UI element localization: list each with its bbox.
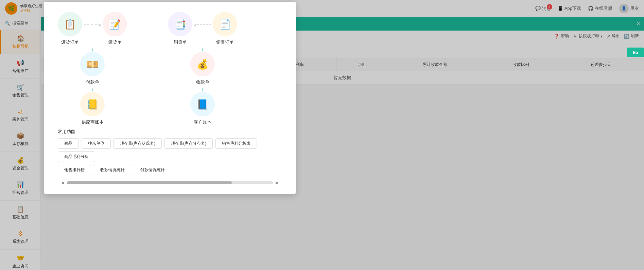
func-btn-receipt-stats[interactable]: 收款情况统计	[94, 165, 131, 175]
modal-overlay[interactable]: 📋 进货订单 ▶ 📝 进货单	[0, 0, 644, 270]
purchase-bill-icon: 📝	[103, 12, 127, 36]
scroll-right-arrow[interactable]: ▶	[276, 180, 279, 185]
scroll-track[interactable]	[67, 181, 273, 184]
modal-box: 📋 进货订单 ▶ 📝 进货单	[44, 2, 296, 194]
func-btn-sales-rank[interactable]: 销售排行榜	[58, 165, 91, 175]
scroll-thumb	[67, 181, 232, 184]
func-btn-stock-status[interactable]: 现存量(库存状况表)	[114, 138, 162, 149]
payment-icon: 💴	[80, 52, 105, 76]
flow-payment[interactable]: 💴 付款单	[80, 52, 105, 85]
flow-receipt[interactable]: 💰 收款单	[190, 52, 215, 85]
sales-order-icon: 📄	[213, 12, 237, 36]
flow-supplier-ledger[interactable]: 📒 供应商账本	[80, 92, 105, 125]
flow-sales-bill[interactable]: 📑 销货单	[168, 12, 192, 45]
sales-bill-icon: 📑	[168, 12, 192, 36]
user-ea-area: Ea	[627, 48, 644, 57]
modal-content: 📋 进货订单 ▶ 📝 进货单	[44, 2, 296, 194]
flow-purchase-bill[interactable]: 📝 进货单	[103, 12, 127, 45]
func-title: 常用功能	[58, 129, 282, 135]
func-btn-sales-gross[interactable]: 销售毛利分析表	[215, 138, 257, 149]
scroll-left-arrow[interactable]: ◀	[61, 180, 64, 185]
func-btn-partners[interactable]: 往来单位	[82, 138, 111, 149]
func-btn-stock-dist[interactable]: 现存量(库存分布表)	[164, 138, 213, 149]
supplier-ledger-icon: 📒	[80, 92, 105, 116]
user-ea-badge: Ea	[627, 48, 644, 57]
func-btn-product-gross[interactable]: 商品毛利分析	[58, 151, 95, 162]
common-functions: 常用功能 商品 往来单位 现存量(库存状况表) 现存量(库存分布表) 销售毛利分…	[58, 129, 282, 175]
customer-ledger-icon: 📘	[190, 92, 215, 116]
flow-customer-ledger[interactable]: 📘 客户账本	[190, 92, 215, 125]
receipt-icon: 💰	[190, 52, 215, 76]
purchase-order-icon: 📋	[58, 12, 82, 36]
func-buttons-row1: 商品 往来单位 现存量(库存状况表) 现存量(库存分布表) 销售毛利分析表 商品…	[58, 138, 282, 162]
func-btn-payment-stats[interactable]: 付款情况统计	[134, 165, 171, 175]
flow-purchase-order[interactable]: 📋 进货订单	[58, 12, 82, 45]
flow-sales-order[interactable]: 📄 销售订单	[213, 12, 237, 45]
scroll-bar-area: ◀ ▶	[58, 178, 282, 187]
func-buttons-row2: 销售排行榜 收款情况统计 付款情况统计	[58, 165, 282, 175]
func-btn-product[interactable]: 商品	[58, 138, 79, 149]
